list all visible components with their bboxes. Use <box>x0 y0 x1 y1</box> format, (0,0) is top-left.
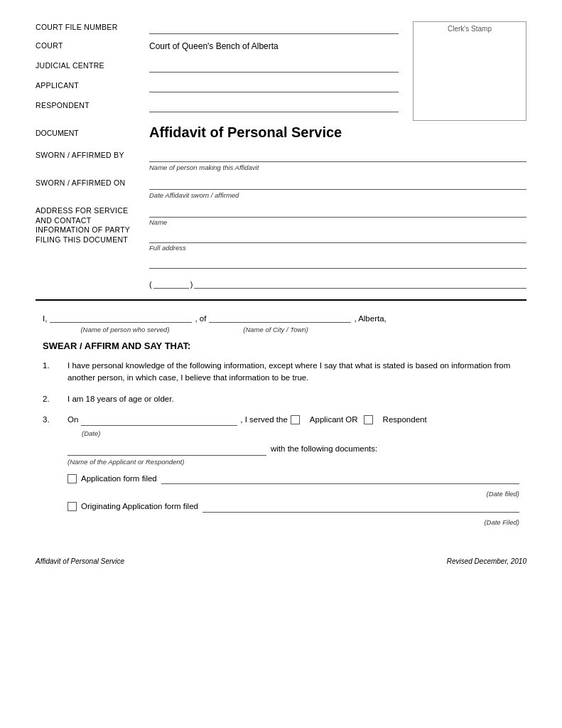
judicial-centre-row: JUDICIAL CENTRE <box>36 60 399 73</box>
court-label: COURT <box>36 41 149 53</box>
i-line: I, , of , Alberta, <box>43 311 519 323</box>
checkbox2-date-hint: (Date Filed) <box>67 518 519 528</box>
application-form-checkbox[interactable] <box>67 474 77 483</box>
form-fields-area: COURT FILE NUMBER COURT Court of Queen's… <box>36 21 399 119</box>
sworn-affirmed-on-hint: Date Affidavit sworn / affirmed <box>149 191 526 199</box>
phone-area-code[interactable] <box>153 277 189 289</box>
address-name-hint: Name <box>149 218 526 226</box>
judicial-centre-label: JUDICIAL CENTRE <box>36 61 149 73</box>
document-title-row: DOCUMENT Affidavit of Personal Service <box>36 124 526 141</box>
date-blank[interactable] <box>81 414 237 426</box>
applicant-row: APPLICANT <box>36 80 399 92</box>
on-text: On <box>67 414 78 426</box>
clerks-stamp-box: Clerk's Stamp <box>413 21 526 121</box>
originating-form-label: Originating Application form filed <box>81 500 198 513</box>
application-form-label: Application form filed <box>81 473 157 485</box>
phone-row: ( ) <box>149 277 526 289</box>
applicant-label: APPLICANT <box>36 81 149 92</box>
body-section: I, , of , Alberta, (Name of person who s… <box>36 311 526 529</box>
served-text: , I served the <box>240 414 287 426</box>
address-fields: Name Full address ( ) <box>149 205 526 289</box>
item-2-number: 2. <box>43 393 67 405</box>
applicant-label: Applicant OR <box>310 414 358 426</box>
item-3-number: 3. <box>43 414 67 529</box>
served-name-hint: (Name of the Applicant or Respondent) <box>67 457 519 467</box>
sworn-affirmed-on-label: SWORN / AFFIRMED ON <box>36 178 149 190</box>
address-extra-line <box>149 256 526 269</box>
address-extra-value[interactable] <box>149 256 526 269</box>
address-name-value[interactable] <box>149 205 526 218</box>
header-section: COURT FILE NUMBER COURT Court of Queen's… <box>36 21 526 121</box>
originating-form-date-blank[interactable] <box>202 501 519 513</box>
item-1-content: I have personal knowledge of the followi… <box>67 360 519 385</box>
footer: Affidavit of Personal Service Revised De… <box>36 550 526 565</box>
sworn-affirmed-by-label: SWORN / AFFIRMED BY <box>36 151 149 162</box>
phone-number[interactable] <box>194 277 526 289</box>
item-1: 1. I have personal knowledge of the foll… <box>43 360 519 385</box>
footer-right: Revised December, 2010 <box>447 557 526 565</box>
address-full-hint: Full address <box>149 244 526 252</box>
sworn-affirmed-on-row: SWORN / AFFIRMED ON <box>36 177 526 190</box>
application-form-date-blank[interactable] <box>161 473 519 484</box>
date-hint: (Date) <box>82 429 519 439</box>
item-2: 2. I am 18 years of age or older. <box>43 393 519 405</box>
on-line: On , I served the Applicant OR Responden… <box>67 414 519 426</box>
checkbox1-container: Application form filed (Date filed) <box>67 473 519 500</box>
served-name-line: with the following documents: <box>67 443 519 455</box>
clerks-stamp-label: Clerk's Stamp <box>414 22 526 36</box>
court-value: Court of Queen's Bench of Alberta <box>149 41 399 53</box>
court-file-number-row: COURT FILE NUMBER <box>36 21 399 34</box>
city-hint: (Name of City / Town) <box>205 326 347 333</box>
swear-title: SWEAR / AFFIRM AND SAY THAT: <box>43 341 519 351</box>
i-hints-row: (Name of person who served) (Name of Cit… <box>43 326 519 333</box>
respondent-label: Respondent <box>383 414 427 426</box>
sworn-affirmed-by-hint: Name of person making this Affidavit <box>149 164 526 171</box>
applicant-checkbox[interactable] <box>291 415 300 424</box>
name-hint: (Name of person who served) <box>54 326 196 333</box>
city-blank[interactable] <box>209 311 351 323</box>
address-name-line: Name <box>149 205 526 226</box>
address-full-line: Full address <box>149 230 526 252</box>
footer-left: Affidavit of Personal Service <box>36 557 124 565</box>
checkbox1-date-hint: (Date filed) <box>67 489 519 499</box>
checkbox2-row: Originating Application form filed <box>67 500 519 513</box>
address-label: ADDRESS FOR SERVICEAND CONTACTINFORMATIO… <box>36 205 149 247</box>
i-text: I, <box>43 314 47 323</box>
sworn-affirmed-by-value[interactable] <box>149 149 526 162</box>
judicial-centre-value[interactable] <box>149 60 399 73</box>
alberta-text: , Alberta, <box>354 314 386 323</box>
sworn-affirmed-on-section: SWORN / AFFIRMED ON Date Affidavit sworn… <box>36 177 526 199</box>
originating-form-checkbox[interactable] <box>67 502 77 511</box>
applicant-or-respondent: Applicant OR Respondent <box>291 414 427 426</box>
served-name-blank[interactable] <box>67 444 266 456</box>
sworn-affirmed-by-row: SWORN / AFFIRMED BY <box>36 149 526 162</box>
address-section: ADDRESS FOR SERVICEAND CONTACTINFORMATIO… <box>36 205 526 289</box>
respondent-value[interactable] <box>149 100 399 112</box>
sworn-affirmed-on-value[interactable] <box>149 177 526 190</box>
sworn-affirmed-by-section: SWORN / AFFIRMED BY Name of person makin… <box>36 149 526 171</box>
court-file-number-value[interactable] <box>149 21 399 34</box>
item-3: 3. On , I served the Applicant OR Respon… <box>43 414 519 529</box>
respondent-row: RESPONDENT <box>36 100 399 112</box>
name-blank[interactable] <box>50 311 192 323</box>
section-divider <box>36 299 526 301</box>
open-paren: ( <box>149 280 152 289</box>
item-3-content: On , I served the Applicant OR Responden… <box>67 414 519 529</box>
checkbox2-container: Originating Application form filed (Date… <box>67 500 519 528</box>
with-text: with the following documents: <box>271 443 377 455</box>
respondent-checkbox[interactable] <box>364 415 373 424</box>
of-text: , of <box>195 314 206 323</box>
applicant-value[interactable] <box>149 80 399 92</box>
respondent-label: RESPONDENT <box>36 101 149 112</box>
close-paren: ) <box>190 280 193 289</box>
document-label: DOCUMENT <box>36 129 149 137</box>
document-title: Affidavit of Personal Service <box>149 124 342 141</box>
checkbox1-row: Application form filed <box>67 473 519 485</box>
item-1-number: 1. <box>43 360 67 385</box>
address-full-value[interactable] <box>149 230 526 243</box>
court-file-number-label: COURT FILE NUMBER <box>36 23 149 34</box>
item-2-content: I am 18 years of age or older. <box>67 393 519 405</box>
court-row: COURT Court of Queen's Bench of Alberta <box>36 41 399 53</box>
